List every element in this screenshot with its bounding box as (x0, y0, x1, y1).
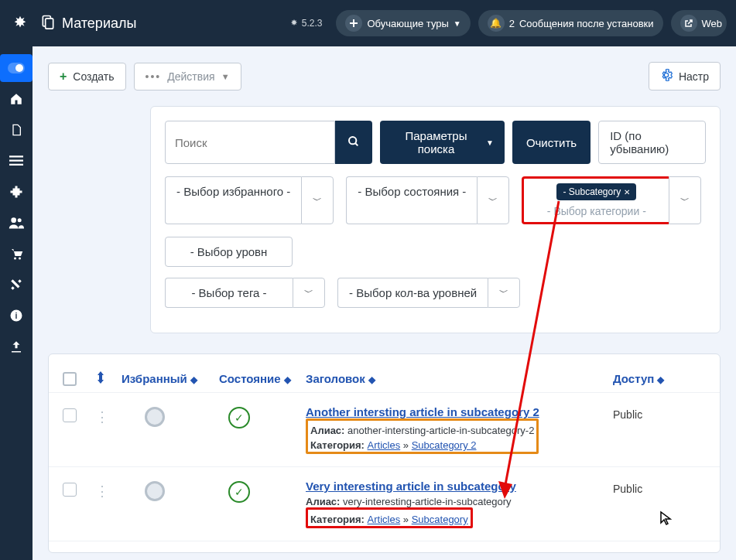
rail-components[interactable] (0, 178, 33, 206)
alias-label: Алиас: (306, 496, 340, 507)
rail-cart[interactable] (0, 240, 33, 268)
cat-leaf-link[interactable]: Subcategory (412, 514, 468, 525)
search-button[interactable] (335, 121, 372, 164)
create-label: Создать (73, 70, 114, 83)
svg-rect-3 (353, 19, 354, 27)
category-placeholder: - Выбор категории - (532, 205, 661, 217)
status-toggle[interactable]: ✓ (228, 481, 250, 503)
cat-leaf-link[interactable]: Subcategory 2 (412, 439, 477, 451)
article-title-link[interactable]: Another intersting article in subcategor… (306, 405, 539, 418)
search-panel: Параметры поиска ▼ Очистить ID (по убыва… (150, 106, 721, 333)
filter-tag[interactable]: - Выбор тега - ﹀ (165, 278, 325, 308)
rail-users[interactable] (0, 209, 33, 237)
rail-toggle[interactable] (0, 54, 33, 82)
cat-sep: » (403, 514, 409, 525)
settings-label: Настр (679, 70, 709, 83)
chevron-down-icon: ▼ (454, 19, 461, 28)
params-label: Параметры поиска (391, 129, 481, 155)
featured-toggle[interactable] (145, 407, 165, 427)
clear-button[interactable]: Очистить (512, 121, 591, 164)
sort-order-icon[interactable] (95, 371, 106, 386)
search-icon (347, 135, 360, 148)
filter-max-levels[interactable]: - Выбор кол-ва уровней ﹀ (337, 278, 520, 308)
sort-icon: ◆ (190, 374, 197, 385)
alias-value: very-interesting-article-in-subcategory (343, 496, 511, 507)
category-tag-label: - Subcategory (563, 186, 621, 197)
tours-pill[interactable]: Обучающие туры ▼ (336, 10, 470, 36)
svg-point-10 (18, 218, 22, 222)
filter-max-levels-label: - Выбор кол-ва уровней (337, 278, 488, 308)
drag-handle-icon[interactable]: ⋮ (95, 480, 122, 500)
notif-count: 2 (509, 18, 515, 29)
svg-rect-8 (9, 164, 23, 166)
col-status[interactable]: Состояние (219, 372, 281, 385)
cursor-icon (659, 510, 672, 530)
gear-icon (660, 69, 673, 84)
version-badge: 5.2.3 (283, 15, 329, 32)
joomla-logo-icon[interactable] (9, 12, 31, 34)
web-pill[interactable]: Web (671, 10, 727, 36)
tours-icon (345, 15, 362, 32)
svg-text:i: i (15, 311, 18, 320)
svg-rect-1 (46, 18, 53, 28)
tours-label: Обучающие туры (367, 18, 448, 29)
chevron-down-icon: ▼ (221, 72, 230, 81)
chevron-down-icon[interactable]: ﹀ (488, 278, 520, 308)
access-value: Public (613, 480, 706, 495)
filter-category-body: - Subcategory ✕ - Выбор категории - (522, 176, 669, 224)
row-checkbox[interactable] (63, 483, 77, 497)
svg-rect-7 (9, 160, 23, 162)
external-link-icon (680, 15, 697, 32)
col-featured[interactable]: Избранный (122, 372, 187, 385)
rail-system[interactable] (0, 271, 33, 299)
category-tag[interactable]: - Subcategory ✕ (556, 183, 636, 200)
actions-button[interactable]: ••• Действия ▼ (134, 63, 241, 90)
col-title[interactable]: Заголовок (306, 372, 365, 385)
row-checkbox[interactable] (63, 408, 77, 422)
filter-level-label: - Выбор уровн (165, 237, 293, 267)
svg-point-9 (11, 217, 16, 223)
version-text: 5.2.3 (302, 18, 323, 29)
svg-point-15 (349, 137, 356, 144)
rail-menus[interactable] (0, 147, 33, 175)
search-input[interactable] (165, 121, 335, 164)
settings-button[interactable]: Настр (649, 62, 721, 90)
post-install-label: Сообщения после установки (519, 18, 654, 29)
web-label: Web (702, 18, 723, 29)
svg-point-5 (15, 64, 23, 72)
rail-info[interactable]: i (0, 302, 33, 330)
filter-level[interactable]: - Выбор уровн (165, 237, 293, 267)
notifications-pill[interactable]: 🔔 2 Сообщения после установки (478, 10, 663, 36)
filter-featured[interactable]: - Выбор избранного - ﹀ (165, 176, 334, 224)
sort-icon: ◆ (368, 374, 375, 385)
cat-root-link[interactable]: Articles (368, 514, 401, 525)
status-toggle[interactable]: ✓ (228, 407, 250, 429)
chevron-down-icon[interactable]: ﹀ (301, 176, 334, 224)
actions-label: Действия (167, 70, 214, 83)
alias-label: Алиас: (310, 425, 344, 436)
featured-toggle[interactable] (145, 481, 165, 501)
rail-content[interactable] (0, 116, 33, 144)
cat-root-link[interactable]: Articles (368, 439, 401, 451)
filter-category[interactable]: - Subcategory ✕ - Выбор категории - ﹀ (522, 176, 701, 224)
create-button[interactable]: + Создать (48, 63, 126, 90)
remove-tag-icon[interactable]: ✕ (624, 188, 630, 196)
filter-state-label: - Выбор состояния - (346, 176, 477, 224)
content-icon (40, 14, 56, 33)
alias-value: another-intersting-article-in-subcategor… (347, 425, 534, 436)
select-all-checkbox[interactable] (63, 372, 77, 386)
chevron-down-icon[interactable]: ﹀ (477, 176, 509, 224)
filter-state[interactable]: - Выбор состояния - ﹀ (346, 176, 509, 224)
article-title-link[interactable]: Very interesting article in subcategory (306, 480, 516, 493)
chevron-down-icon[interactable]: ﹀ (669, 176, 701, 224)
drag-handle-icon[interactable]: ⋮ (95, 405, 122, 425)
search-params-button[interactable]: Параметры поиска ▼ (380, 121, 505, 164)
rail-upload[interactable] (0, 333, 33, 360)
sort-icon: ◆ (284, 374, 291, 385)
chevron-down-icon[interactable]: ﹀ (293, 278, 325, 308)
sort-select[interactable]: ID (по убыванию) (598, 121, 706, 164)
svg-rect-6 (9, 155, 23, 157)
rail-home[interactable] (0, 85, 33, 113)
col-access[interactable]: Доступ (613, 372, 654, 385)
filter-featured-label: - Выбор избранного - (165, 176, 301, 224)
